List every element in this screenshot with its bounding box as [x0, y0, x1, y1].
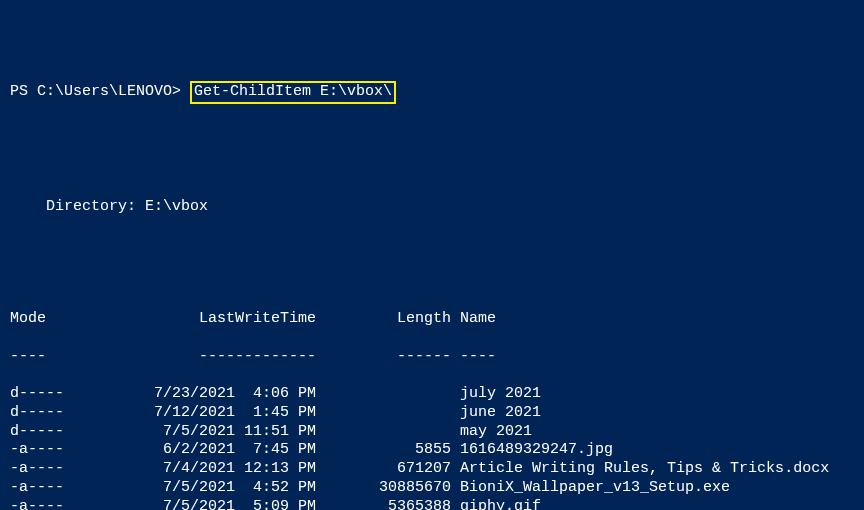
- blank-line: [10, 123, 854, 142]
- blank-line: [10, 160, 854, 179]
- directory-path: E:\vbox: [145, 198, 208, 215]
- blank-line: [10, 235, 854, 254]
- table-header: Mode LastWriteTime Length Name: [10, 310, 854, 329]
- table-row: -a---- 7/5/2021 4:52 PM 30885670 BioniX_…: [10, 479, 854, 498]
- directory-label: Directory:: [10, 198, 145, 215]
- directory-line: Directory: E:\vbox: [10, 198, 854, 217]
- table-row: -a---- 6/2/2021 7:45 PM 5855 16164893292…: [10, 441, 854, 460]
- prompt-prefix: PS C:\Users\LENOVO>: [10, 83, 190, 100]
- header-mode: Mode LastWriteTime Length Name: [10, 310, 496, 327]
- table-row: d----- 7/5/2021 11:51 PM may 2021: [10, 423, 854, 442]
- underline: ---- ------------- ------ ----: [10, 348, 496, 365]
- prompt-line-1: PS C:\Users\LENOVO> Get-ChildItem E:\vbo…: [10, 81, 854, 104]
- table-underline: ---- ------------- ------ ----: [10, 348, 854, 367]
- table-row: d----- 7/23/2021 4:06 PM july 2021: [10, 385, 854, 404]
- blank-line: [10, 273, 854, 292]
- table-row: -a---- 7/5/2021 5:09 PM 5365388 giphy.gi…: [10, 498, 854, 511]
- table-row: -a---- 7/4/2021 12:13 PM 671207 Article …: [10, 460, 854, 479]
- table-row: d----- 7/12/2021 1:45 PM june 2021: [10, 404, 854, 423]
- highlighted-command: Get-ChildItem E:\vbox\: [190, 81, 396, 104]
